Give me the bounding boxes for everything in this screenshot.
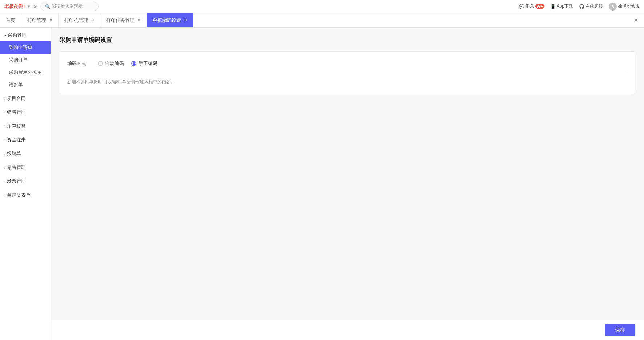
search-placeholder: 我要看实例演示 — [52, 3, 83, 9]
tab-print-task-mgmt-label: 打印任务管理 — [106, 17, 135, 24]
sidebar-group-purchase-title[interactable]: ▾ 采购管理 — [0, 29, 51, 41]
sidebar-group-expense-report: › 报销单 — [0, 147, 51, 160]
sidebar-group-capital: › 资金往来 — [0, 134, 51, 146]
tab-print-task-mgmt-close[interactable]: ✕ — [137, 18, 141, 23]
sidebar-item-purchase-expense[interactable]: 采购费用分摊单 — [0, 66, 51, 78]
tab-print-mgmt-close[interactable]: ✕ — [49, 18, 52, 23]
app-download-item[interactable]: 📱 App下载 — [550, 3, 573, 9]
sidebar-group-invoice: › 发票管理 — [0, 175, 51, 187]
app-icon: 📱 — [550, 4, 556, 9]
top-bar-left: 老板勿割! ▾ ⚙ 🔍 我要看实例演示 — [4, 2, 99, 11]
sidebar-group-retail-label: 零售管理 — [7, 164, 26, 171]
top-bar-right: 💬 消息 99+ 📱 App下载 🎧 在线客服 人 徐泽华修改 — [519, 3, 640, 11]
dropdown-icon[interactable]: ▾ — [28, 4, 30, 9]
settings-icon[interactable]: ⚙ — [33, 4, 37, 9]
tab-printer-mgmt-label: 打印机管理 — [64, 17, 88, 24]
tab-home-label: 首页 — [6, 17, 15, 24]
chevron-right-icon-invoice: › — [4, 179, 5, 183]
tab-home[interactable]: 首页 — [0, 13, 21, 27]
user-item[interactable]: 人 徐泽华修改 — [609, 3, 640, 11]
tab-print-task-mgmt[interactable]: 打印任务管理 ✕ — [100, 13, 147, 27]
chevron-right-icon-custom: › — [4, 193, 5, 197]
sidebar-item-stock-in-label: 进货单 — [9, 82, 23, 87]
sidebar-item-purchase-request[interactable]: 采购申请单 — [0, 41, 51, 54]
tab-printer-mgmt-close[interactable]: ✕ — [91, 18, 94, 23]
sidebar-item-purchase-order-label: 采购订单 — [9, 57, 28, 62]
sidebar-group-capital-label: 资金往来 — [7, 137, 26, 143]
sidebar-item-purchase-order[interactable]: 采购订单 — [0, 54, 51, 66]
sidebar-item-stock-in[interactable]: 进货单 — [0, 78, 51, 91]
headset-icon: 🎧 — [579, 4, 584, 9]
logo-text: 老板勿割! — [4, 3, 25, 10]
sidebar-group-expense-report-label: 报销单 — [7, 150, 21, 157]
radio-manual[interactable]: 手工编码 — [131, 60, 157, 67]
chevron-right-icon-expense: › — [4, 152, 5, 156]
tab-bar: 首页 打印管理 ✕ 打印机管理 ✕ 打印任务管理 ✕ 单据编码设置 ✕ ✕ — [0, 13, 644, 28]
sidebar-group-sales-label: 销售管理 — [7, 109, 26, 116]
sidebar-group-invoice-label: 发票管理 — [7, 178, 26, 185]
tab-doc-code-setting-label: 单据编码设置 — [153, 17, 181, 24]
chevron-right-icon-inventory: › — [4, 124, 5, 128]
message-label: 消息 — [525, 3, 534, 9]
top-bar: 老板勿割! ▾ ⚙ 🔍 我要看实例演示 💬 消息 99+ 📱 App下载 🎧 在… — [0, 0, 644, 13]
sidebar-group-custom-forms-label: 自定义表单 — [7, 192, 31, 198]
search-icon: 🔍 — [45, 4, 51, 9]
message-badge: 99+ — [535, 4, 544, 9]
sidebar-group-invoice-title[interactable]: › 发票管理 — [0, 175, 51, 187]
sidebar-group-sales-title[interactable]: › 销售管理 — [0, 106, 51, 118]
sidebar-group-purchase-label: 采购管理 — [8, 32, 27, 39]
radio-auto[interactable]: 自动编码 — [98, 60, 124, 67]
save-button[interactable]: 保存 — [605, 324, 635, 336]
page-title: 采购申请单编码设置 — [60, 36, 635, 44]
encoding-row: 编码方式 自动编码 手工编码 — [67, 57, 628, 70]
radio-manual-circle — [131, 61, 136, 66]
main-layout: ▾ 采购管理 采购申请单 采购订单 采购费用分摊单 进货单 › 项目合同 — [0, 28, 644, 340]
sidebar-item-purchase-request-label: 采购申请单 — [9, 45, 32, 50]
chevron-right-icon: › — [4, 97, 5, 101]
chevron-right-icon-capital: › — [4, 138, 5, 142]
radio-group: 自动编码 手工编码 — [98, 60, 157, 67]
content-area: 采购申请单编码设置 编码方式 自动编码 手工编码 — [51, 28, 644, 340]
sidebar-group-retail: › 零售管理 — [0, 161, 51, 174]
online-service-item[interactable]: 🎧 在线客服 — [579, 3, 603, 9]
chevron-down-icon: ▾ — [4, 33, 6, 37]
tab-doc-code-setting-close[interactable]: ✕ — [184, 18, 187, 23]
sidebar-group-purchase: ▾ 采购管理 采购申请单 采购订单 采购费用分摊单 进货单 — [0, 29, 51, 91]
radio-auto-circle — [98, 61, 103, 66]
hint-text: 新增和编辑单据时,可以编辑'单据编号'输入框中的内容。 — [67, 76, 628, 88]
tab-print-mgmt-label: 打印管理 — [27, 17, 46, 24]
encoding-section: 编码方式 自动编码 手工编码 新增和编辑单据时,可以编辑'单据编号'输入框中的内… — [60, 51, 635, 94]
message-icon: 💬 — [519, 4, 524, 9]
sidebar-group-project: › 项目合同 — [0, 92, 51, 105]
sidebar: ▾ 采购管理 采购申请单 采购订单 采购费用分摊单 进货单 › 项目合同 — [0, 28, 51, 340]
global-close-button[interactable]: ✕ — [631, 17, 641, 24]
search-bar[interactable]: 🔍 我要看实例演示 — [40, 2, 99, 11]
sidebar-group-project-label: 项目合同 — [7, 95, 26, 102]
avatar: 人 — [609, 3, 617, 11]
sidebar-item-purchase-expense-label: 采购费用分摊单 — [9, 69, 42, 75]
user-name: 徐泽华修改 — [618, 3, 640, 9]
footer-bar: 保存 — [51, 320, 644, 340]
online-service-label: 在线客服 — [585, 3, 603, 9]
encoding-label: 编码方式 — [67, 60, 89, 67]
message-item[interactable]: 💬 消息 99+ — [519, 3, 544, 9]
sidebar-group-expense-report-title[interactable]: › 报销单 — [0, 147, 51, 160]
sidebar-group-custom-forms: › 自定义表单 — [0, 189, 51, 201]
page-content: 采购申请单编码设置 编码方式 自动编码 手工编码 — [51, 28, 644, 320]
app-download-label: App下载 — [557, 3, 573, 9]
chevron-right-icon-sales: › — [4, 110, 5, 114]
radio-auto-label: 自动编码 — [105, 60, 124, 67]
sidebar-group-sales: › 销售管理 — [0, 106, 51, 118]
sidebar-group-retail-title[interactable]: › 零售管理 — [0, 161, 51, 174]
tab-bar-spacer: ✕ — [193, 13, 644, 27]
sidebar-group-custom-forms-title[interactable]: › 自定义表单 — [0, 189, 51, 201]
sidebar-group-inventory-title[interactable]: › 库存核算 — [0, 120, 51, 132]
sidebar-group-project-title[interactable]: › 项目合同 — [0, 92, 51, 105]
sidebar-group-inventory: › 库存核算 — [0, 120, 51, 132]
radio-manual-label: 手工编码 — [139, 60, 157, 67]
tab-doc-code-setting[interactable]: 单据编码设置 ✕ — [147, 13, 193, 27]
tab-print-mgmt[interactable]: 打印管理 ✕ — [21, 13, 59, 27]
tab-printer-mgmt[interactable]: 打印机管理 ✕ — [59, 13, 100, 27]
sidebar-group-inventory-label: 库存核算 — [7, 123, 26, 129]
sidebar-group-capital-title[interactable]: › 资金往来 — [0, 134, 51, 146]
